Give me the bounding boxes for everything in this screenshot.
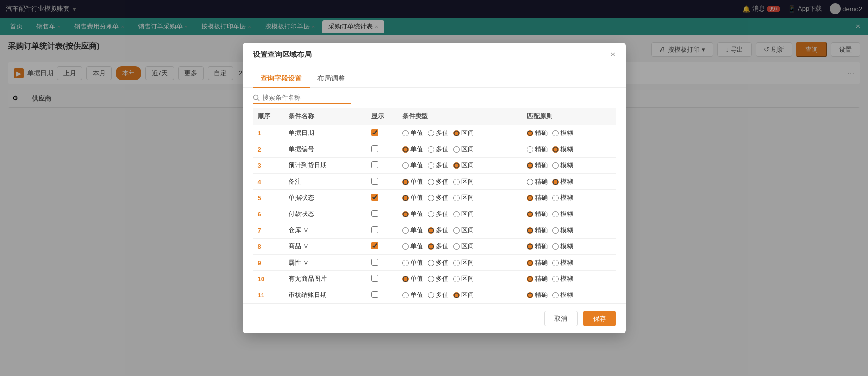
radio-single-label[interactable]: 单值 [402,210,423,218]
radio-fuzzy-label[interactable]: 模糊 [552,291,573,299]
radio-multi-label[interactable]: 多值 [428,177,448,186]
row-display-checkbox[interactable] [367,271,397,287]
radio-fuzzy[interactable] [552,162,559,169]
radio-range-label[interactable]: 区间 [453,242,474,251]
radio-multi-label[interactable]: 多值 [428,258,448,267]
radio-single[interactable] [402,211,409,217]
radio-fuzzy-label[interactable]: 模糊 [552,226,573,235]
radio-single[interactable] [402,130,409,136]
radio-multi-label[interactable]: 多值 [428,145,448,154]
radio-exact-label[interactable]: 精确 [527,193,548,202]
radio-exact[interactable] [527,276,533,282]
display-checkbox[interactable] [371,275,378,282]
radio-range[interactable] [453,260,460,266]
display-checkbox[interactable] [371,242,378,249]
radio-exact-label[interactable]: 精确 [527,258,548,267]
radio-exact[interactable] [527,227,533,234]
radio-single-label[interactable]: 单值 [402,291,423,299]
radio-single[interactable] [402,243,409,250]
radio-range-label[interactable]: 区间 [453,274,474,283]
radio-fuzzy-label[interactable]: 模糊 [552,177,573,186]
radio-fuzzy-label[interactable]: 模糊 [552,193,573,202]
row-display-checkbox[interactable] [367,287,397,303]
radio-single[interactable] [402,227,409,234]
radio-range[interactable] [453,146,460,153]
display-checkbox[interactable] [371,161,378,168]
radio-fuzzy-label[interactable]: 模糊 [552,161,573,170]
radio-exact-label[interactable]: 精确 [527,242,548,251]
radio-multi[interactable] [428,276,434,282]
radio-single[interactable] [402,162,409,169]
row-display-checkbox[interactable] [367,222,397,239]
radio-single[interactable] [402,292,409,298]
radio-multi[interactable] [428,227,434,234]
display-checkbox[interactable] [371,129,378,136]
radio-multi-label[interactable]: 多值 [428,226,448,235]
radio-exact[interactable] [527,292,533,298]
radio-single[interactable] [402,260,409,266]
display-checkbox[interactable] [371,178,378,185]
radio-single-label[interactable]: 单值 [402,242,423,251]
radio-multi-label[interactable]: 多值 [428,161,448,170]
radio-multi[interactable] [428,243,434,250]
radio-range[interactable] [453,227,460,234]
radio-fuzzy[interactable] [552,292,559,298]
radio-exact-label[interactable]: 精确 [527,226,548,235]
radio-multi[interactable] [428,179,434,185]
radio-exact[interactable] [527,211,533,217]
radio-multi-label[interactable]: 多值 [428,291,448,299]
radio-single-label[interactable]: 单值 [402,145,423,154]
radio-single-label[interactable]: 单值 [402,226,423,235]
radio-multi-label[interactable]: 多值 [428,193,448,202]
radio-range[interactable] [453,243,460,250]
radio-range-label[interactable]: 区间 [453,161,474,170]
row-display-checkbox[interactable] [367,174,397,190]
display-checkbox[interactable] [371,226,378,233]
row-display-checkbox[interactable] [367,255,397,271]
radio-exact-label[interactable]: 精确 [527,210,548,218]
radio-exact-label[interactable]: 精确 [527,129,548,137]
radio-fuzzy-label[interactable]: 模糊 [552,129,573,137]
modal-close-btn[interactable]: × [610,50,616,60]
radio-fuzzy-label[interactable]: 模糊 [552,274,573,283]
save-btn[interactable]: 保存 [583,311,616,326]
radio-single[interactable] [402,276,409,282]
radio-range-label[interactable]: 区间 [453,210,474,218]
radio-range-label[interactable]: 区间 [453,291,474,299]
radio-fuzzy[interactable] [552,276,559,282]
radio-exact[interactable] [527,260,533,266]
radio-single-label[interactable]: 单值 [402,274,423,283]
radio-range-label[interactable]: 区间 [453,145,474,154]
radio-range-label[interactable]: 区间 [453,177,474,186]
radio-fuzzy[interactable] [552,130,559,136]
row-display-checkbox[interactable] [367,206,397,222]
radio-range[interactable] [453,276,460,282]
radio-single-label[interactable]: 单值 [402,258,423,267]
display-checkbox[interactable] [371,210,378,217]
radio-exact-label[interactable]: 精确 [527,291,548,299]
radio-multi[interactable] [428,292,434,298]
radio-exact-label[interactable]: 精确 [527,274,548,283]
radio-single-label[interactable]: 单值 [402,161,423,170]
radio-exact[interactable] [527,162,533,169]
radio-fuzzy[interactable] [552,260,559,266]
radio-multi[interactable] [428,146,434,153]
radio-exact[interactable] [527,179,533,185]
radio-exact[interactable] [527,243,533,250]
display-checkbox[interactable] [371,194,378,201]
radio-single[interactable] [402,179,409,185]
row-display-checkbox[interactable] [367,190,397,206]
radio-range[interactable] [453,292,460,298]
radio-exact[interactable] [527,146,533,153]
tab-query-fields[interactable]: 查询字段设置 [253,70,310,88]
radio-single-label[interactable]: 单值 [402,129,423,137]
radio-single-label[interactable]: 单值 [402,193,423,202]
row-display-checkbox[interactable] [367,158,397,174]
radio-fuzzy-label[interactable]: 模糊 [552,210,573,218]
radio-single[interactable] [402,195,409,201]
radio-fuzzy[interactable] [552,195,559,201]
radio-range[interactable] [453,211,460,217]
cancel-btn[interactable]: 取消 [544,311,578,326]
radio-exact[interactable] [527,195,533,201]
radio-exact-label[interactable]: 精确 [527,161,548,170]
